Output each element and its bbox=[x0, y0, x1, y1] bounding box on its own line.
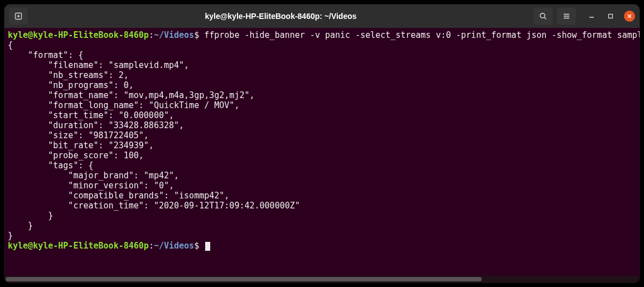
svg-point-3 bbox=[540, 13, 545, 18]
output-line: "format_long_name": "QuickTime / MOV", bbox=[8, 100, 239, 110]
cursor bbox=[205, 242, 210, 251]
prompt-path: ~/Videos bbox=[154, 30, 194, 40]
titlebar: kyle@kyle-HP-EliteBook-8460p: ~/Videos bbox=[4, 4, 640, 28]
svg-line-4 bbox=[544, 17, 546, 19]
scrollbar-thumb[interactable] bbox=[6, 277, 482, 281]
output-line: "format": { bbox=[8, 50, 83, 60]
close-button[interactable] bbox=[624, 11, 635, 22]
output-line: } bbox=[8, 211, 53, 221]
maximize-icon bbox=[607, 13, 614, 20]
prompt-path: ~/Videos bbox=[154, 241, 194, 251]
output-line: } bbox=[8, 231, 13, 241]
close-icon bbox=[626, 13, 633, 20]
command-text: ffprobe -hide_banner -v panic -select_st… bbox=[204, 30, 640, 40]
output-line: "nb_streams": 2, bbox=[8, 70, 129, 80]
output-line: "filename": "samplevid.mp4", bbox=[8, 60, 189, 70]
hamburger-icon bbox=[562, 12, 571, 21]
output-line: "creation_time": "2020-09-12T17:09:42.00… bbox=[8, 201, 300, 211]
search-button[interactable] bbox=[534, 8, 553, 25]
titlebar-right bbox=[534, 8, 635, 25]
new-tab-button[interactable] bbox=[9, 8, 28, 25]
output-line: "bit_rate": "234939", bbox=[8, 140, 154, 150]
output-line: "duration": "33428.886328", bbox=[8, 120, 184, 130]
menu-button[interactable] bbox=[557, 8, 576, 25]
new-tab-icon bbox=[14, 12, 23, 21]
prompt-colon: : bbox=[149, 30, 154, 40]
window-controls bbox=[586, 11, 635, 22]
output-line: "probe_score": 100, bbox=[8, 150, 144, 160]
prompt-user-host: kyle@kyle-HP-EliteBook-8460p bbox=[8, 30, 149, 40]
output-line: "minor_version": "0", bbox=[8, 181, 174, 191]
output-line: "start_time": "0.000000", bbox=[8, 110, 174, 120]
titlebar-left bbox=[9, 8, 28, 25]
output-line: "size": "981722405", bbox=[8, 130, 149, 140]
output-line: "format_name": "mov,mp4,m4a,3gp,3g2,mj2"… bbox=[8, 90, 255, 100]
output-line: "compatible_brands": "isommp42", bbox=[8, 191, 229, 201]
svg-rect-9 bbox=[609, 14, 613, 18]
window-title: kyle@kyle-HP-EliteBook-8460p: ~/Videos bbox=[32, 12, 529, 21]
minimize-button[interactable] bbox=[586, 11, 597, 22]
output-line: { bbox=[8, 40, 13, 50]
output-line: "nb_programs": 0, bbox=[8, 80, 134, 90]
output-line: } bbox=[8, 221, 33, 231]
output-line: "tags": { bbox=[8, 160, 94, 171]
prompt-colon: : bbox=[149, 241, 154, 251]
minimize-icon bbox=[588, 13, 595, 20]
prompt-dollar: $ bbox=[194, 241, 199, 251]
maximize-button[interactable] bbox=[605, 11, 616, 22]
prompt-dollar: $ bbox=[194, 30, 199, 40]
horizontal-scrollbar[interactable] bbox=[4, 276, 640, 283]
output-line: "major_brand": "mp42", bbox=[8, 171, 179, 181]
search-icon bbox=[539, 12, 548, 21]
prompt-user-host: kyle@kyle-HP-EliteBook-8460p bbox=[8, 241, 149, 251]
terminal-output-area[interactable]: kyle@kyle-HP-EliteBook-8460p:~/Videos$ f… bbox=[4, 28, 640, 276]
terminal-window: kyle@kyle-HP-EliteBook-8460p: ~/Videos bbox=[4, 4, 640, 283]
